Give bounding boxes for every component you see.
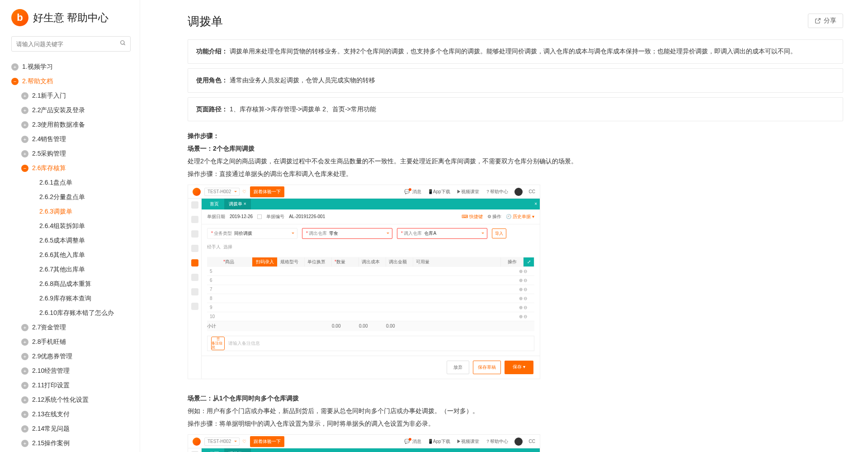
- path-box: 页面路径：1、库存核算->库存管理->调拨单 2、首页->常用功能: [188, 97, 843, 122]
- nav-2-6[interactable]: −2.6库存核算: [11, 161, 131, 176]
- svg-line-1: [124, 44, 125, 45]
- nav-2-6-9[interactable]: 2.6.9库存账本查询: [11, 291, 131, 306]
- nav-2-6-5[interactable]: 2.6.5成本调整单: [11, 233, 131, 248]
- shot-tab-doc: 调拨单 ×: [224, 199, 251, 209]
- nav-2-6-2[interactable]: 2.6.2分量盘点单: [11, 190, 131, 205]
- share-button[interactable]: 分享: [808, 14, 843, 28]
- shot-avatar-icon: [514, 188, 523, 196]
- shot-save-button: 保存 ▾: [505, 361, 533, 374]
- nav-2-8[interactable]: +2.8手机旺铺: [11, 335, 131, 349]
- main-content: 调拨单 分享 功能介绍：调拨单用来处理仓库间货物的转移业务。支持2个仓库间的调拨…: [140, 0, 868, 452]
- nav-2-14[interactable]: +2.14常见问题: [11, 422, 131, 436]
- shot-note-icon: ☰备注信息: [211, 337, 225, 350]
- nav-2-12[interactable]: +2.12系统个性化设置: [11, 393, 131, 407]
- shot-import-button: 导入: [492, 228, 506, 238]
- nav-2-3[interactable]: +2.3使用前数据准备: [11, 118, 131, 132]
- shot-in-field: *调入仓库 仓库A: [397, 228, 487, 239]
- screenshot-2: TEST-H002 ♡ 跟着体验一下 💬消息 📱App下载 ▶视频课堂 ？帮助中…: [188, 434, 540, 452]
- search-input[interactable]: [11, 36, 131, 52]
- scenario2-title: 场景二：从1个仓库同时向多个仓库调拨: [188, 392, 843, 404]
- shot-msg: 💬消息: [404, 187, 421, 196]
- shot-video: ▶视频课堂: [457, 187, 479, 196]
- shot-logo-icon: [193, 188, 201, 196]
- brand: b 好生意 帮助中心: [11, 9, 131, 26]
- steps-label: 操作步骤：: [188, 129, 843, 142]
- nav-2-13[interactable]: +2.13在线支付: [11, 407, 131, 422]
- shot-try-button: 跟着体验一下: [250, 186, 284, 197]
- shot-app: 📱App下载: [428, 187, 450, 196]
- brand-logo-icon: b: [11, 9, 28, 26]
- scenario1-text1: 处理2个仓库之间的商品调拨，在调拨过程中不会发生商品数量的不一致性。主要处理近距…: [188, 155, 843, 167]
- shot-draft-button: 保存草稿: [473, 361, 501, 374]
- path-text: 1、库存核算->库存管理->调拨单 2、首页->常用功能: [230, 105, 376, 113]
- shot-tab-close: ×: [534, 200, 537, 209]
- nav-2-15[interactable]: +2.15操作案例: [11, 436, 131, 451]
- shot-user: CC: [529, 187, 535, 196]
- nav-2-10[interactable]: +2.10经营管理: [11, 364, 131, 378]
- nav-2-6-6[interactable]: 2.6.6其他入库单: [11, 248, 131, 262]
- shot2-logo-icon: [193, 438, 201, 446]
- nav-2-5[interactable]: +2.5采购管理: [11, 147, 131, 161]
- intro-text: 调拨单用来处理仓库间货物的转移业务。支持2个仓库间的调拨，也支持多个仓库间的调拨…: [230, 48, 797, 55]
- nav-2-2[interactable]: +2.2产品安装及登录: [11, 103, 131, 118]
- shot-discard-button: 放弃: [447, 361, 469, 374]
- role-box: 使用角色：通常由业务人员发起调拨，仓管人员完成实物的转移: [188, 68, 843, 93]
- role-text: 通常由业务人员发起调拨，仓管人员完成实物的转移: [230, 76, 375, 84]
- scenario1-text2: 操作步骤：直接通过单据头的调出仓库和调入仓库来处理。: [188, 167, 843, 180]
- nav-2-7[interactable]: +2.7资金管理: [11, 320, 131, 335]
- scenario2-text1: 例如：用户有多个门店或办事处，新品到货后，需要从总仓同时向多个门店或办事处调拨。…: [188, 404, 843, 417]
- shot-site-select: TEST-H002: [204, 188, 240, 196]
- nav-2-6-4[interactable]: 2.6.4组装拆卸单: [11, 219, 131, 233]
- shot-biz-field: *业务类型 同价调拨: [207, 228, 297, 239]
- nav-2-1[interactable]: +2.1新手入门: [11, 89, 131, 103]
- sidebar: b 好生意 帮助中心 +1.视频学习 −2.帮助文档 +2.1新手入门 +2.2…: [0, 0, 140, 452]
- brand-title: 好生意 帮助中心: [33, 11, 108, 25]
- role-label: 使用角色：: [196, 76, 228, 84]
- shot-help: ？帮助中心: [486, 187, 508, 196]
- search-box: [11, 36, 131, 52]
- share-label: 分享: [824, 17, 836, 25]
- nav-2-6-3[interactable]: 2.6.3调拨单: [11, 205, 131, 219]
- scenario2-text2: 操作步骤：将单据明细中的调入仓库设置为显示，同时将单据头的调入仓设置为非必录。: [188, 417, 843, 430]
- shot-tab-home: 首页: [205, 199, 223, 209]
- nav-video-learning[interactable]: +1.视频学习: [11, 60, 131, 74]
- nav-2-6-8[interactable]: 2.6.8商品成本重算: [11, 277, 131, 291]
- nav-2-4[interactable]: +2.4销售管理: [11, 132, 131, 147]
- nav-tree: +1.视频学习 −2.帮助文档 +2.1新手入门 +2.2产品安装及登录 +2.…: [11, 60, 131, 451]
- path-label: 页面路径：: [196, 105, 228, 113]
- nav-2-6-1[interactable]: 2.6.1盘点单: [11, 176, 131, 190]
- nav-2-9[interactable]: +2.9优惠券管理: [11, 349, 131, 364]
- nav-2-11[interactable]: +2.11打印设置: [11, 378, 131, 393]
- intro-box: 功能介绍：调拨单用来处理仓库间货物的转移业务。支持2个仓库间的调拨，也支持多个仓…: [188, 39, 843, 64]
- shot-sidenav: [188, 199, 202, 379]
- svg-point-0: [121, 41, 124, 44]
- shot-out-field: *调出仓库 零食: [302, 228, 392, 239]
- share-icon: [815, 18, 821, 24]
- nav-2-6-10[interactable]: 2.6.10库存账本错了怎么办: [11, 306, 131, 320]
- search-icon[interactable]: [120, 40, 126, 48]
- intro-label: 功能介绍：: [196, 48, 228, 55]
- nav-help-docs[interactable]: −2.帮助文档: [11, 74, 131, 89]
- screenshot-1: TEST-H002 ♡ 跟着体验一下 💬消息 📱App下载 ▶视频课堂 ？帮助中…: [188, 185, 540, 379]
- nav-2-6-7[interactable]: 2.6.7其他出库单: [11, 262, 131, 277]
- scenario1-title: 场景一：2个仓库间调拨: [188, 142, 843, 155]
- page-title: 调拨单: [188, 14, 223, 29]
